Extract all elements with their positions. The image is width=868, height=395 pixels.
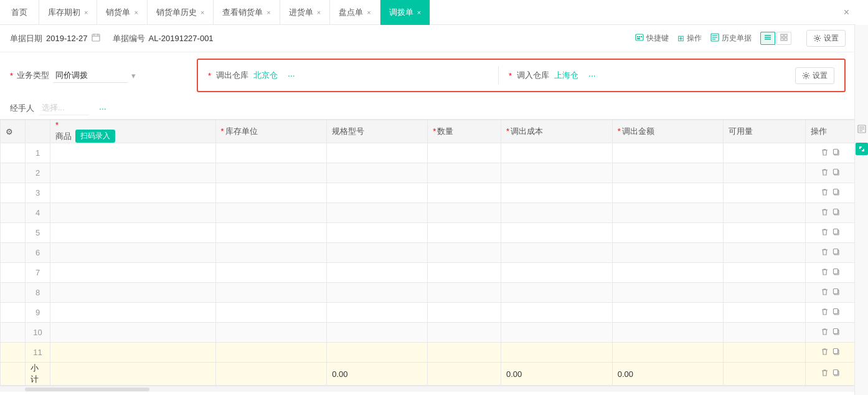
row-1-amount[interactable] xyxy=(612,143,724,163)
row-8-unit[interactable] xyxy=(215,283,327,303)
row-11-available[interactable] xyxy=(724,343,806,363)
warehouse-in-value[interactable]: 上海仓 xyxy=(554,70,578,81)
row-11-delete-icon[interactable] xyxy=(821,348,829,358)
row-2-qty[interactable] xyxy=(428,163,501,183)
row-10-qty[interactable] xyxy=(428,323,501,343)
warehouse-setting-button[interactable]: 设置 xyxy=(795,67,834,84)
row-5-copy-icon[interactable] xyxy=(833,228,841,238)
row-5-qty[interactable] xyxy=(428,223,501,243)
row-5-delete-icon[interactable] xyxy=(821,228,829,238)
shortcut-btn[interactable]: 快捷键 xyxy=(635,33,669,44)
tab-home[interactable]: 首页 xyxy=(0,0,39,25)
row-10-cost[interactable] xyxy=(501,323,612,343)
row-7-qty[interactable] xyxy=(428,263,501,283)
row-9-amount[interactable] xyxy=(612,303,724,323)
handler-more-btn[interactable]: ··· xyxy=(99,103,106,113)
row-5-amount[interactable] xyxy=(612,223,724,243)
row-1-cost[interactable] xyxy=(501,143,612,163)
row-4-amount[interactable] xyxy=(612,203,724,223)
row-6-spec[interactable] xyxy=(327,243,428,263)
row-8-copy-icon[interactable] xyxy=(833,288,841,298)
tab-transfer[interactable]: 调拨单 × xyxy=(380,0,430,25)
row-3-available[interactable] xyxy=(724,183,806,203)
row-1-available[interactable] xyxy=(724,143,806,163)
row-11-amount[interactable] xyxy=(612,343,724,363)
row-7-delete-icon[interactable] xyxy=(821,268,829,278)
tab-purchase-order-close[interactable]: × xyxy=(317,9,321,16)
row-10-delete-icon[interactable] xyxy=(821,328,829,338)
row-7-amount[interactable] xyxy=(612,263,724,283)
row-11-unit[interactable] xyxy=(215,343,327,363)
sidebar-list-icon[interactable] xyxy=(857,125,866,135)
history-btn[interactable]: 历史单据 xyxy=(710,33,752,44)
row-2-cost[interactable] xyxy=(501,163,612,183)
row-11-cost[interactable] xyxy=(501,343,612,363)
date-value[interactable]: 2019-12-27 xyxy=(46,34,88,43)
tab-view-sales[interactable]: 查看销货单 × xyxy=(214,0,280,25)
row-8-amount[interactable] xyxy=(612,283,724,303)
row-7-available[interactable] xyxy=(724,263,806,283)
row-3-cost[interactable] xyxy=(501,183,612,203)
row-4-unit[interactable] xyxy=(215,203,327,223)
row-6-qty[interactable] xyxy=(428,243,501,263)
operation-btn[interactable]: ⊞ 操作 xyxy=(677,33,702,44)
row-10-copy-icon[interactable] xyxy=(833,328,841,338)
row-7-product[interactable] xyxy=(50,263,216,283)
scan-btn[interactable]: 扫码录入 xyxy=(75,130,115,143)
row-10-amount[interactable] xyxy=(612,323,724,343)
row-3-product[interactable] xyxy=(50,183,216,203)
row-4-spec[interactable] xyxy=(327,203,428,223)
calendar-icon[interactable] xyxy=(92,33,100,44)
row-9-cost[interactable] xyxy=(501,303,612,323)
tab-view-sales-close[interactable]: × xyxy=(267,9,270,16)
row-9-available[interactable] xyxy=(724,303,806,323)
layout-grid-btn[interactable] xyxy=(776,32,791,45)
tab-sales-order-close[interactable]: × xyxy=(134,9,138,16)
tab-transfer-close[interactable]: × xyxy=(417,9,421,16)
row-4-delete-icon[interactable] xyxy=(821,208,829,218)
row-2-delete-icon[interactable] xyxy=(821,168,829,178)
tab-inventory-init[interactable]: 库存期初 × xyxy=(39,0,97,25)
row-3-amount[interactable] xyxy=(612,183,724,203)
row-3-qty[interactable] xyxy=(428,183,501,203)
row-11-spec[interactable] xyxy=(327,343,428,363)
row-7-unit[interactable] xyxy=(215,263,327,283)
row-2-available[interactable] xyxy=(724,163,806,183)
tab-stocktake-close[interactable]: × xyxy=(367,9,370,16)
row-3-delete-icon[interactable] xyxy=(821,188,829,198)
row-7-copy-icon[interactable] xyxy=(833,268,841,278)
row-9-qty[interactable] xyxy=(428,303,501,323)
row-8-spec[interactable] xyxy=(327,283,428,303)
footer-delete-icon[interactable] xyxy=(821,369,829,379)
row-3-unit[interactable] xyxy=(215,183,327,203)
row-2-unit[interactable] xyxy=(215,163,327,183)
row-4-qty[interactable] xyxy=(428,203,501,223)
row-3-copy-icon[interactable] xyxy=(833,188,841,198)
row-6-amount[interactable] xyxy=(612,243,724,263)
business-type-dropdown-icon[interactable]: ▾ xyxy=(131,71,136,80)
warehouse-in-more-btn[interactable]: ··· xyxy=(588,70,596,80)
scroll-bar-area[interactable] xyxy=(0,386,856,392)
row-10-spec[interactable] xyxy=(327,323,428,343)
row-8-product[interactable] xyxy=(50,283,216,303)
setting-button[interactable]: 设置 xyxy=(806,30,846,47)
row-2-amount[interactable] xyxy=(612,163,724,183)
row-9-copy-icon[interactable] xyxy=(833,308,841,318)
row-1-qty[interactable] xyxy=(428,143,501,163)
row-11-product[interactable] xyxy=(50,343,216,363)
warehouse-out-more-btn[interactable]: ··· xyxy=(288,70,295,80)
row-1-unit[interactable] xyxy=(215,143,327,163)
close-window-btn[interactable]: × xyxy=(844,7,856,18)
row-2-copy-icon[interactable] xyxy=(833,168,841,178)
row-8-available[interactable] xyxy=(724,283,806,303)
tab-purchase-order[interactable]: 进货单 × xyxy=(280,0,330,25)
tab-stocktake[interactable]: 盘点单 × xyxy=(330,0,380,25)
row-6-available[interactable] xyxy=(724,243,806,263)
row-6-product[interactable] xyxy=(50,243,216,263)
row-7-spec[interactable] xyxy=(327,263,428,283)
row-5-unit[interactable] xyxy=(215,223,327,243)
row-1-spec[interactable] xyxy=(327,143,428,163)
row-5-spec[interactable] xyxy=(327,223,428,243)
row-10-unit[interactable] xyxy=(215,323,327,343)
row-5-cost[interactable] xyxy=(501,223,612,243)
